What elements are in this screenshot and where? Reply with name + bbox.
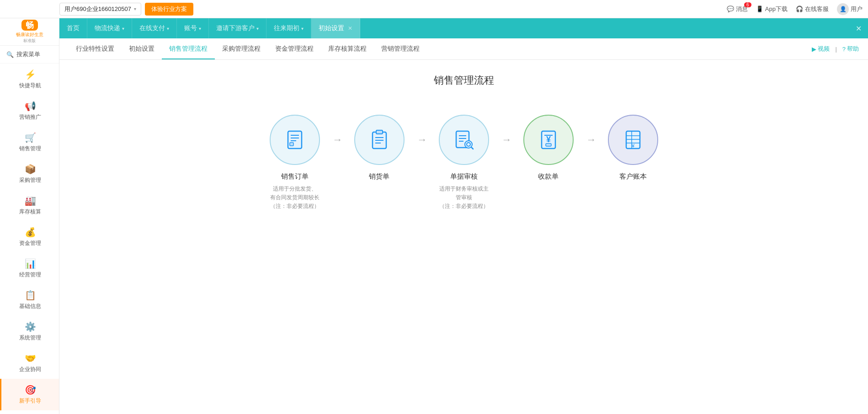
nav-tab-logistics[interactable]: 物流快递 ▾ bbox=[87, 18, 132, 38]
search-icon: 🔍 bbox=[6, 51, 14, 58]
search-menu-label: 搜索菜单 bbox=[16, 50, 40, 58]
flow-step-customer-ledger[interactable]: ¥ 客户账本 bbox=[599, 115, 667, 185]
sidebar-item-purchase-mgmt[interactable]: 📦 采购管理 bbox=[0, 158, 59, 190]
nav-tab-initial-setup[interactable]: 初始设置 ✕ bbox=[311, 18, 360, 38]
help-icon: ? bbox=[842, 46, 846, 53]
flow-container: 销售管理流程 销售订单 bbox=[59, 60, 868, 414]
top-bar-left: 用户690企业1660120507 ▾ 体验行业方案 bbox=[0, 3, 193, 16]
help-button[interactable]: ? 帮助 bbox=[842, 45, 859, 53]
flow-circle-customer-ledger: ¥ bbox=[608, 115, 658, 165]
flow-circle-sales-invoice bbox=[354, 115, 405, 165]
flow-circle-sales-order bbox=[270, 115, 320, 165]
sub-tab-sales-flow[interactable]: 销售管理流程 bbox=[162, 38, 215, 59]
chevron-down-icon: ▾ bbox=[301, 26, 304, 31]
sidebar-item-label: 库存核算 bbox=[19, 208, 41, 216]
sub-tab-label: 行业特性设置 bbox=[76, 45, 114, 52]
sub-tab-label: 初始设置 bbox=[129, 45, 154, 52]
sub-tab-inventory-flow[interactable]: 库存核算流程 bbox=[321, 38, 374, 59]
chevron-down-icon: ▾ bbox=[256, 26, 259, 31]
sidebar-item-label: 营销推广 bbox=[19, 113, 41, 121]
close-all-icon: ✕ bbox=[856, 24, 862, 33]
marketing-icon: 📢 bbox=[25, 101, 36, 111]
online-service-button[interactable]: 🎧 在线客服 bbox=[796, 5, 829, 13]
flow-title: 销售管理流程 bbox=[434, 74, 494, 87]
sidebar-item-sales-mgmt[interactable]: 🛒 销售管理 bbox=[0, 127, 59, 158]
sub-tab-purchase-flow[interactable]: 采购管理流程 bbox=[215, 38, 268, 59]
sidebar-item-label: 经营管理 bbox=[19, 271, 41, 279]
sidebar-item-inventory[interactable]: 🏭 库存核算 bbox=[0, 190, 59, 221]
sidebar-item-system-mgmt[interactable]: ⚙️ 系统管理 bbox=[0, 316, 59, 347]
nav-tab-account[interactable]: 账号 ▾ bbox=[177, 18, 209, 38]
search-menu-button[interactable]: 🔍 搜索菜单 bbox=[0, 46, 59, 64]
app-download-label: App下载 bbox=[765, 5, 788, 13]
flow-arrow-3: → bbox=[502, 115, 511, 146]
main-layout: 畅 畅康诶好生意 标准版 🔍 搜索菜单 ⚡ 快捷导航 📢 营销推广 🛒 销售管理… bbox=[0, 18, 868, 414]
sidebar: 畅 畅康诶好生意 标准版 🔍 搜索菜单 ⚡ 快捷导航 📢 营销推广 🛒 销售管理… bbox=[0, 18, 59, 414]
sidebar-item-enterprise-collab[interactable]: 🤝 企业协同 bbox=[0, 347, 59, 379]
sidebar-item-basic-info[interactable]: 📋 基础信息 bbox=[0, 284, 59, 316]
nav-tab-online-payment[interactable]: 在线支付 ▾ bbox=[132, 18, 177, 38]
tab-label: 物流快递 bbox=[95, 24, 120, 32]
sidebar-item-label: 资金管理 bbox=[19, 239, 41, 247]
step-name-sales-order: 销售订单 bbox=[281, 172, 309, 181]
sidebar-item-quick-nav[interactable]: ⚡ 快捷导航 bbox=[0, 64, 59, 95]
sub-tab-initial-setup[interactable]: 初始设置 bbox=[122, 38, 162, 59]
flow-step-doc-review[interactable]: 单据审核 适用于财务审核或主管审核（注：非必要流程） bbox=[430, 115, 498, 211]
nav-tab-invite-customer[interactable]: 邀请下游客户 ▾ bbox=[209, 18, 266, 38]
svg-rect-6 bbox=[376, 130, 383, 134]
nav-tab-home[interactable]: 首页 bbox=[59, 18, 87, 38]
tab-label: 账号 bbox=[184, 24, 197, 32]
video-help-button[interactable]: ▶ 视频 bbox=[812, 45, 830, 53]
app-download-icon: 📱 bbox=[756, 5, 763, 12]
trial-button[interactable]: 体验行业方案 bbox=[145, 3, 193, 16]
purchase-icon: 📦 bbox=[25, 164, 36, 175]
close-tab-icon[interactable]: ✕ bbox=[348, 25, 352, 32]
sub-tab-finance-flow[interactable]: 资金管理流程 bbox=[268, 38, 321, 59]
flow-circle-receipt: ¥ bbox=[523, 115, 574, 165]
sub-tab-industry-settings[interactable]: 行业特性设置 bbox=[69, 38, 122, 59]
sidebar-item-label: 企业协同 bbox=[19, 366, 41, 373]
user-name-label: 用户 bbox=[851, 5, 863, 13]
nav-tab-period-init[interactable]: 往来期初 ▾ bbox=[266, 18, 311, 38]
flow-step-receipt[interactable]: ¥ 收款单 bbox=[514, 115, 583, 185]
chevron-down-icon: ▾ bbox=[134, 6, 136, 11]
sidebar-item-app-center[interactable]: 🔲 应用中心 bbox=[0, 410, 59, 414]
sub-tab-marketing-flow[interactable]: 营销管理流程 bbox=[374, 38, 427, 59]
close-all-tabs-button[interactable]: ✕ bbox=[849, 18, 868, 38]
sidebar-item-new-user-guide[interactable]: 🎯 新手引导 bbox=[0, 379, 59, 410]
step-name-customer-ledger: 客户账本 bbox=[619, 172, 647, 181]
sub-tabs: 行业特性设置 初始设置 销售管理流程 采购管理流程 资金管理流程 库存核算流程 bbox=[59, 38, 868, 60]
sidebar-item-finance-mgmt[interactable]: 💰 资金管理 bbox=[0, 221, 59, 253]
ledger-icon: ¥ bbox=[622, 128, 644, 151]
divider: | bbox=[835, 46, 836, 53]
system-icon: ⚙️ bbox=[25, 321, 36, 332]
page-content: 行业特性设置 初始设置 销售管理流程 采购管理流程 资金管理流程 库存核算流程 bbox=[59, 38, 868, 414]
user-selector[interactable]: 用户690企业1660120507 ▾ bbox=[59, 3, 141, 16]
sidebar-item-label: 销售管理 bbox=[19, 145, 41, 153]
user-selector-text: 用户690企业1660120507 bbox=[64, 5, 131, 13]
chevron-down-icon: ▾ bbox=[167, 26, 169, 31]
flow-step-sales-order[interactable]: 销售订单 适用于分批发货、有合同发货周期较长（注：非必要流程） bbox=[261, 115, 329, 211]
sub-tabs-right: ▶ 视频 | ? 帮助 bbox=[812, 45, 859, 53]
user-avatar-button[interactable]: 👤 用户 bbox=[837, 3, 863, 15]
svg-text:¥: ¥ bbox=[546, 135, 550, 144]
sidebar-item-label: 基础信息 bbox=[19, 303, 41, 310]
sidebar-item-operations[interactable]: 📊 经营管理 bbox=[0, 253, 59, 284]
svg-rect-4 bbox=[290, 143, 293, 146]
flow-step-sales-invoice[interactable]: 销货单 bbox=[345, 115, 414, 185]
top-bar: 用户690企业1660120507 ▾ 体验行业方案 💬 6 消息 📱 App下… bbox=[0, 0, 868, 18]
sidebar-item-label: 快捷导航 bbox=[19, 82, 41, 90]
step-name-receipt: 收款单 bbox=[538, 172, 559, 181]
basic-info-icon: 📋 bbox=[25, 290, 36, 301]
sidebar-item-marketing-promo[interactable]: 📢 营销推广 bbox=[0, 95, 59, 127]
flow-arrow-4: → bbox=[586, 115, 595, 146]
help-label: 帮助 bbox=[847, 45, 859, 53]
content-area: 首页 物流快递 ▾ 在线支付 ▾ 账号 ▾ 邀请下游客户 ▾ 往来期初 ▾ bbox=[59, 18, 868, 414]
flow-steps: 销售订单 适用于分批发货、有合同发货周期较长（注：非必要流程） → bbox=[190, 115, 738, 211]
chevron-down-icon: ▾ bbox=[122, 26, 124, 31]
message-button[interactable]: 💬 6 消息 bbox=[727, 5, 748, 13]
video-label: 视频 bbox=[818, 45, 830, 53]
top-bar-right: 💬 6 消息 📱 App下载 🎧 在线客服 👤 用户 bbox=[727, 3, 863, 15]
app-download-button[interactable]: 📱 App下载 bbox=[756, 5, 788, 13]
message-icon: 💬 bbox=[727, 5, 734, 12]
